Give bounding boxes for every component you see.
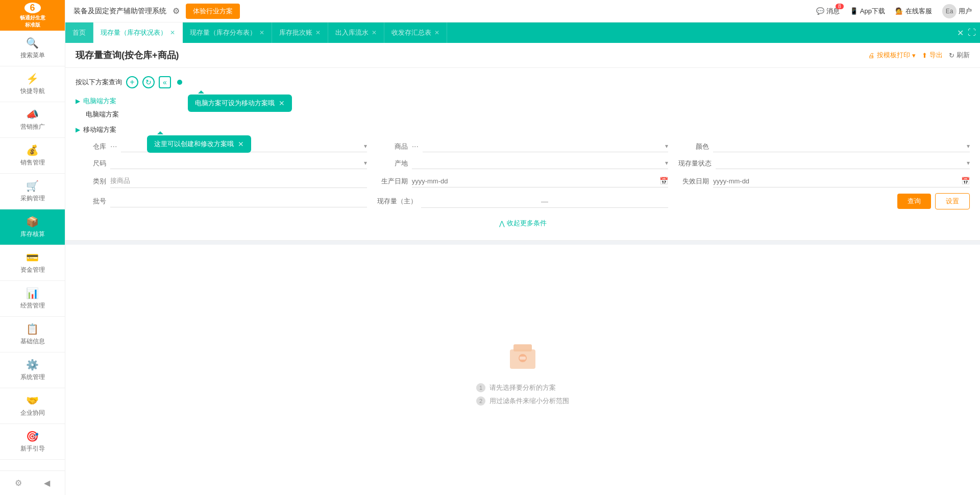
stock-qty-start[interactable]	[421, 197, 538, 205]
sidebar-item-finance[interactable]: 💳 资金管理	[0, 245, 65, 281]
produce-date-input[interactable]	[412, 177, 658, 185]
expire-date-calendar-icon[interactable]: 📅	[961, 177, 970, 185]
sidebar-item-enterprise[interactable]: 🤝 企业协同	[0, 388, 65, 424]
settings-footer-btn[interactable]: ⚙	[15, 478, 22, 488]
size-select[interactable]: ▾	[110, 157, 367, 169]
stock-qty-label: 现存量（主）	[377, 197, 417, 206]
tab-inventory-status-label: 现存量（库存状况表）	[101, 28, 167, 37]
batch-input[interactable]	[110, 195, 367, 207]
tab-receipt-summary-label: 收发存汇总表	[391, 28, 431, 37]
sidebar-item-operations[interactable]: 📊 经营管理	[0, 281, 65, 317]
sidebar-item-sales-label: 销售管理	[20, 158, 45, 167]
tooltip2-close[interactable]: ✕	[238, 140, 244, 148]
tab-batch-account-label: 库存批次账	[279, 28, 312, 37]
svg-rect-1	[513, 344, 532, 351]
stock-status-select[interactable]: ▾	[716, 157, 970, 169]
expire-date-label: 失效日期	[678, 177, 709, 186]
sidebar-item-sales[interactable]: 💰 销售管理	[0, 138, 65, 174]
tab-batch-account[interactable]: 库存批次账 ✕	[272, 22, 328, 43]
sidebar-item-purchase-label: 采购管理	[20, 194, 45, 203]
search-btn[interactable]: 查询	[897, 194, 931, 209]
scheme-pc-label: 电脑端方案	[83, 97, 116, 106]
filter-size-field: 尺码 ▾	[76, 157, 367, 169]
category-select[interactable]: 接商品	[110, 174, 367, 188]
warehouse-dots[interactable]: ···	[110, 142, 117, 151]
sidebar-item-purchase[interactable]: 🛒 采购管理	[0, 174, 65, 209]
tab-bar: 首页 现存量（库存状况表） ✕ 现存量（库存分布表） ✕ 库存批次账 ✕ 出入库…	[65, 22, 980, 43]
goods-dots[interactable]: ···	[412, 142, 419, 151]
tab-inventory-dist[interactable]: 现存量（库存分布表） ✕	[183, 22, 272, 43]
gear-btn[interactable]: ⚙	[173, 6, 180, 16]
tip-text-2: 用过滤条件来缩小分析范围	[489, 396, 569, 406]
app-download-btn[interactable]: 📱 App下载	[850, 7, 885, 16]
system-icon: ⚙️	[26, 359, 39, 371]
print-icon: 🖨	[868, 52, 875, 59]
color-label: 颜色	[678, 142, 709, 151]
sidebar-item-search[interactable]: 🔍 搜索菜单	[0, 31, 65, 66]
tab-inout-flow-close[interactable]: ✕	[372, 29, 377, 36]
online-support-btn[interactable]: 💁 在线客服	[895, 7, 932, 16]
produce-date-wrap: 📅	[412, 175, 669, 187]
finance-icon: 💳	[26, 251, 39, 264]
scheme-pc-arrow: ▶	[76, 98, 80, 105]
tab-home[interactable]: 首页	[65, 22, 93, 43]
sidebar-item-guide[interactable]: 🎯 新手引导	[0, 424, 65, 460]
stock-qty-end[interactable]	[551, 197, 668, 205]
stock-qty-sep: —	[541, 197, 548, 205]
print-dropdown-icon: ▾	[912, 52, 916, 59]
enterprise-icon: 🤝	[26, 394, 39, 407]
origin-select[interactable]: ▾	[412, 157, 669, 169]
tab-receipt-summary-close[interactable]: ✕	[434, 29, 439, 36]
main-area: 装备及固定资产辅助管理系统 ⚙ 体验行业方案 💬 8 消息 📱 App下载 💁 …	[65, 0, 980, 495]
export-btn[interactable]: ⬆ 导出	[922, 51, 943, 60]
filter-category-field: 类别 接商品	[76, 174, 367, 188]
sidebar-item-marketing[interactable]: 📣 营销推广	[0, 102, 65, 138]
reset-btn[interactable]: 设置	[935, 193, 970, 209]
tab-inventory-dist-close[interactable]: ✕	[259, 29, 264, 36]
industry-btn[interactable]: 体验行业方案	[186, 4, 240, 19]
expire-date-input[interactable]	[713, 177, 959, 185]
filter-row-2: 尺码 ▾ 产地 ▾ 现存量状态	[76, 157, 970, 169]
filter-stock-status-field: 现存量状态 ▾	[678, 157, 970, 169]
collapse-row[interactable]: ⋀ 收起更多条件	[76, 215, 970, 232]
tab-batch-account-close[interactable]: ✕	[315, 29, 321, 36]
tab-inventory-status[interactable]: 现存量（库存状况表） ✕	[93, 22, 183, 43]
filter-produce-date-field: 生产日期 📅	[377, 174, 669, 188]
tab-fullscreen-btn[interactable]: ⛶	[968, 28, 976, 37]
filter-expire-date-field: 失效日期 📅	[678, 174, 970, 188]
filter-refresh-btn[interactable]: ↻	[142, 76, 155, 88]
sidebar-item-system[interactable]: ⚙️ 系统管理	[0, 352, 65, 388]
print-btn[interactable]: 🖨 按模板打印 ▾	[868, 51, 916, 60]
category-placeholder: 接商品	[110, 176, 130, 185]
stock-qty-range: —	[421, 195, 669, 208]
sidebar-item-inventory[interactable]: 📦 库存核算	[0, 209, 65, 245]
sidebar-item-base-info[interactable]: 📋 基础信息	[0, 317, 65, 352]
tab-close-all-btn[interactable]: ✕	[957, 28, 964, 38]
tooltip1-text: 电脑方案可设为移动方案哦	[195, 99, 275, 108]
tab-receipt-summary[interactable]: 收发存汇总表 ✕	[384, 22, 447, 43]
tab-inout-flow[interactable]: 出入库流水 ✕	[328, 22, 384, 43]
sidebar-item-base-info-label: 基础信息	[20, 337, 45, 346]
top-header: 装备及固定资产辅助管理系统 ⚙ 体验行业方案 💬 8 消息 📱 App下载 💁 …	[65, 0, 980, 22]
notification-btn[interactable]: 💬 8 消息	[816, 7, 840, 16]
scheme-node-mobile[interactable]: ▶ 移动端方案	[76, 123, 970, 136]
filter-back-btn[interactable]: «	[159, 76, 171, 88]
collapse-sidebar-btn[interactable]: ◀	[44, 478, 50, 488]
produce-date-calendar-icon[interactable]: 📅	[659, 177, 668, 185]
color-select[interactable]: ▾	[713, 140, 970, 152]
user-area[interactable]: Ea 用户	[942, 4, 972, 18]
scheme-mobile-arrow: ▶	[76, 126, 80, 133]
empty-tip-2: 2 用过滤条件来缩小分析范围	[476, 396, 569, 406]
scheme-mobile-label: 移动端方案	[83, 125, 116, 134]
operations-icon: 📊	[26, 287, 39, 299]
goods-select[interactable]: ▾	[423, 140, 668, 152]
sidebar-item-guide-label: 新手引导	[20, 444, 45, 453]
warehouse-label: 仓库	[76, 142, 106, 151]
tab-inventory-status-close[interactable]: ✕	[170, 29, 175, 36]
origin-label: 产地	[377, 159, 408, 168]
filter-add-btn[interactable]: +	[126, 76, 138, 88]
sidebar-item-quick-nav[interactable]: ⚡ 快捷导航	[0, 66, 65, 102]
refresh-btn[interactable]: ↻ 刷新	[949, 51, 970, 60]
tooltip1-close[interactable]: ✕	[279, 99, 285, 107]
logo-icon: 6	[24, 3, 41, 13]
